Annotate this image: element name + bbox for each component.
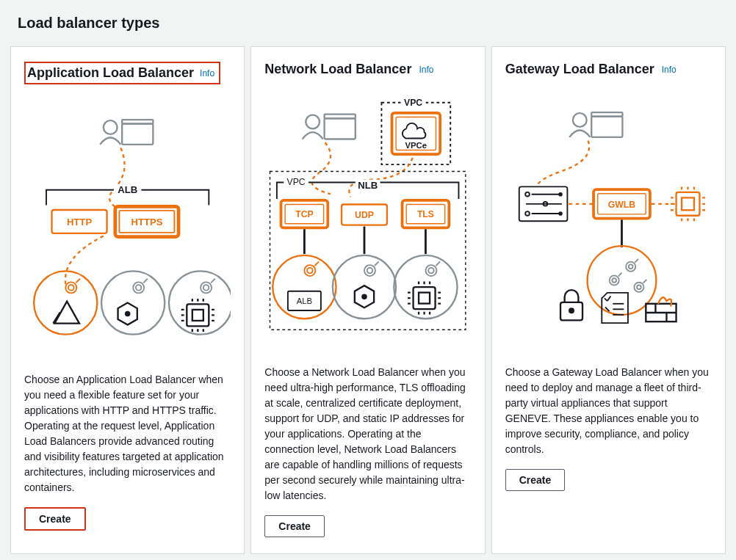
card-title: Gateway Load Balancer <box>505 62 654 77</box>
highlight-alb-title: Application Load Balancer Info <box>24 62 220 84</box>
target-circle-alb: ALB <box>273 255 336 319</box>
card-description: Choose a Gateway Load Balancer when you … <box>505 365 712 457</box>
svg-point-75 <box>629 264 633 269</box>
svg-rect-53 <box>419 292 430 303</box>
card-title: Network Load Balancer <box>264 62 411 77</box>
svg-point-46 <box>364 265 375 276</box>
gwlb-box: GWLB <box>594 189 650 218</box>
svg-rect-56 <box>591 112 622 117</box>
protocol-tls-box: TLS <box>403 200 450 228</box>
svg-text:TLS: TLS <box>417 209 434 219</box>
cards-row: Application Load Balancer Info <box>0 46 736 554</box>
chip-icon <box>408 281 441 314</box>
user-icon <box>100 120 153 145</box>
target-circle-2 <box>101 271 165 334</box>
create-button[interactable]: Create <box>505 469 566 491</box>
alb-diagram-svg: ALB HTTP HTTPS <box>24 110 231 344</box>
svg-point-14 <box>136 285 142 291</box>
svg-rect-26 <box>325 118 356 139</box>
lambda-icon <box>54 301 79 323</box>
create-button[interactable]: Create <box>24 507 86 531</box>
page-container: Load balancer types Application Load Bal… <box>0 0 736 560</box>
protocol-tcp-box: TCP <box>281 200 328 228</box>
user-icon <box>569 112 622 137</box>
info-link[interactable]: Info <box>662 65 677 75</box>
card-description: Choose a Network Load Balancer when you … <box>264 365 471 503</box>
svg-point-48 <box>362 294 368 299</box>
svg-point-78 <box>634 282 643 291</box>
protocol-http-box: HTTP <box>52 210 107 233</box>
firewall-icon <box>646 297 676 321</box>
nlb-diagram-svg: VPC VPCe <box>264 89 471 350</box>
svg-point-42 <box>305 265 316 276</box>
vpc-label: VPC <box>404 98 422 108</box>
svg-point-47 <box>367 268 373 274</box>
svg-rect-27 <box>325 114 356 119</box>
svg-rect-52 <box>414 287 436 309</box>
svg-point-45 <box>333 255 396 319</box>
alb-diagram: ALB HTTP HTTPS <box>24 95 231 359</box>
svg-point-25 <box>306 114 320 128</box>
card-application-load-balancer: Application Load Balancer Info <box>10 46 245 554</box>
svg-point-43 <box>307 268 313 274</box>
svg-point-0 <box>104 120 118 134</box>
gwlb-diagram: GWLB <box>505 87 712 352</box>
user-icon <box>303 114 356 139</box>
svg-rect-72 <box>682 197 694 210</box>
svg-point-10 <box>65 282 76 293</box>
svg-point-16 <box>169 271 231 334</box>
target-icons <box>609 258 646 291</box>
svg-point-11 <box>68 285 74 291</box>
svg-text:TCP: TCP <box>296 209 314 219</box>
create-button[interactable]: Create <box>264 515 325 537</box>
switch-box-icon <box>519 186 567 221</box>
svg-rect-2 <box>122 120 153 124</box>
info-link[interactable]: Info <box>419 65 433 75</box>
svg-rect-71 <box>676 192 699 215</box>
svg-point-18 <box>203 285 209 291</box>
svg-point-50 <box>426 265 437 276</box>
checklist-icon <box>602 292 628 322</box>
svg-rect-1 <box>122 123 153 144</box>
svg-point-76 <box>609 275 618 285</box>
svg-point-54 <box>573 113 587 127</box>
alb-label: ALB <box>118 184 137 195</box>
svg-point-51 <box>429 268 435 274</box>
svg-text:GWLB: GWLB <box>608 199 635 209</box>
nlb-diagram: VPC VPCe <box>264 87 471 352</box>
vpc-label-2: VPC <box>287 177 306 187</box>
svg-rect-55 <box>591 116 622 137</box>
nlb-label: NLB <box>358 180 378 191</box>
svg-text:HTTPS: HTTPS <box>131 216 162 227</box>
card-title-row: Gateway Load Balancer Info <box>505 62 712 77</box>
svg-point-15 <box>125 310 131 316</box>
svg-point-81 <box>569 308 574 313</box>
svg-point-17 <box>201 282 212 293</box>
card-title: Application Load Balancer <box>27 65 194 81</box>
card-description: Choose an Application Load Balancer when… <box>24 372 231 495</box>
svg-rect-20 <box>192 310 203 321</box>
svg-point-13 <box>133 282 144 293</box>
svg-text:HTTP: HTTP <box>67 216 92 227</box>
card-title-row: Network Load Balancer Info <box>264 62 471 77</box>
svg-point-79 <box>637 285 641 289</box>
svg-point-60 <box>559 192 562 195</box>
chip-icon <box>671 186 705 221</box>
svg-text:VPCe: VPCe <box>405 140 427 149</box>
svg-point-65 <box>559 212 562 215</box>
lock-icon <box>560 290 582 320</box>
vpce-box: VPCe <box>392 113 441 154</box>
svg-point-77 <box>612 278 616 283</box>
svg-text:ALB: ALB <box>297 296 312 305</box>
card-title-row: Application Load Balancer Info <box>24 62 231 84</box>
info-link[interactable]: Info <box>200 68 214 79</box>
protocol-https-box: HTTPS <box>115 206 178 236</box>
card-gateway-load-balancer: Gateway Load Balancer Info <box>491 46 726 554</box>
protocol-udp-box: UDP <box>342 204 387 225</box>
gwlb-diagram-svg: GWLB <box>505 103 712 337</box>
target-circle-1 <box>34 271 97 334</box>
svg-point-12 <box>101 271 165 334</box>
svg-rect-19 <box>187 304 209 326</box>
svg-point-74 <box>626 261 635 271</box>
dashed-path-icon <box>535 140 588 190</box>
